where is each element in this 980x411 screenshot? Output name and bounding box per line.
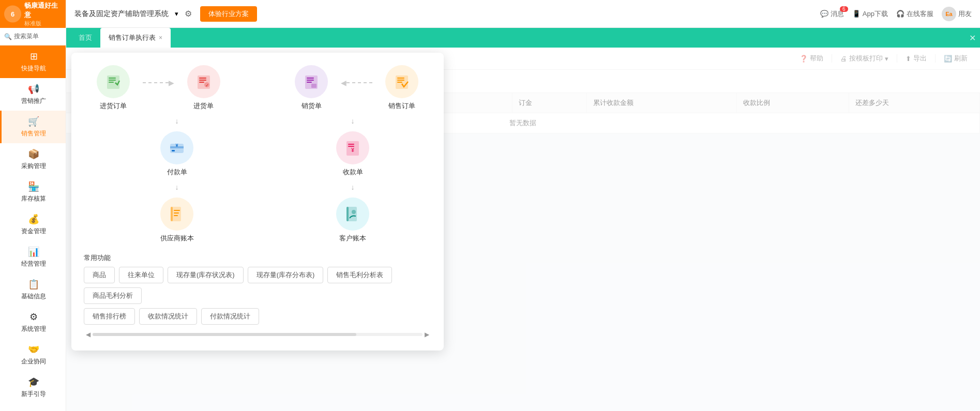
sidebar-item-sales[interactable]: 🛒 销售管理: [0, 111, 66, 143]
svg-rect-31: [174, 210, 180, 211]
func-product[interactable]: 商品: [84, 267, 115, 283]
sales-bill-circle: [295, 65, 328, 98]
flow-row-arrows-2: [84, 181, 431, 193]
purchase-order-circle: [97, 65, 130, 98]
payment-icon: ¥: [169, 140, 185, 156]
svg-text:¥: ¥: [351, 147, 354, 153]
sales-bill-label: 销货单: [301, 101, 322, 111]
tutorial-icon: 🎓: [28, 376, 39, 388]
user-name: 用友: [958, 9, 972, 19]
svg-rect-33: [174, 215, 178, 216]
enterprise-label: 企业协同: [21, 357, 46, 366]
flow-node-receipt[interactable]: ¥ 收款单: [322, 131, 384, 177]
svg-rect-3: [109, 78, 116, 79]
purchase-label: 采购管理: [21, 162, 46, 171]
message-button[interactable]: 💬 消息 6: [820, 9, 844, 19]
sidebar-item-finance[interactable]: 💰 资金管理: [0, 208, 66, 241]
sidebar-item-operations[interactable]: 📊 经营管理: [0, 241, 66, 273]
flow-row-1: 进货订单 ▶: [84, 65, 431, 111]
online-service-button[interactable]: 🎧 在线客服: [896, 9, 933, 19]
trial-button[interactable]: 体验行业方案: [200, 6, 257, 22]
sidebar-logo: 6 畅康通好生意 标准版: [0, 0, 66, 28]
sidebar-search[interactable]: 🔍 搜索菜单: [0, 28, 66, 45]
inventory-label: 库存核算: [21, 194, 46, 203]
customer-ledger-label: 客户账本: [339, 234, 366, 243]
svg-rect-15: [307, 82, 312, 83]
func-receipt-stats[interactable]: 收款情况统计: [139, 308, 197, 325]
flow-node-sales-bill[interactable]: 销货单: [282, 65, 341, 111]
down-arrow-sales: [322, 115, 384, 127]
payment-label: 付款单: [167, 168, 187, 177]
system-dropdown[interactable]: ▾: [175, 10, 178, 18]
flow-node-purchase-order[interactable]: 进货订单: [84, 65, 143, 111]
search-label: 搜索菜单: [14, 32, 39, 41]
svg-rect-32: [174, 212, 179, 214]
down-arrow-payment: [146, 181, 208, 193]
common-functions: 常用功能 商品 往来单位 现存量(库存状况表) 现存量(库存分布表) 销售毛利分…: [84, 253, 431, 338]
flow-node-purchase-bill[interactable]: ✓ 进货单: [174, 65, 233, 111]
receipt-icon: ¥: [344, 140, 361, 156]
func-sales-rank[interactable]: 销售排行榜: [84, 308, 135, 325]
svg-rect-14: [307, 80, 314, 81]
svg-rect-23: [172, 150, 175, 151]
func-sales-profit[interactable]: 销售毛利分析表: [327, 267, 392, 283]
sidebar-item-enterprise[interactable]: 🤝 企业协同: [0, 339, 66, 371]
logo-text: 畅康通好生意 标准版: [24, 1, 62, 27]
svg-text:6: 6: [11, 10, 14, 18]
sidebar-item-purchase[interactable]: 📦 采购管理: [0, 143, 66, 176]
func-stock-status[interactable]: 现存量(库存状况表): [168, 267, 244, 283]
app-download-button[interactable]: 📱 App下载: [852, 9, 888, 19]
basic-info-label: 基础信息: [21, 292, 46, 301]
flow-node-sales-order[interactable]: 销售订单: [372, 65, 431, 111]
func-payment-stats[interactable]: 付款情况统计: [201, 308, 259, 325]
sidebar-item-basic-info[interactable]: 📋 基础信息: [0, 273, 66, 306]
scroll-left-arrow[interactable]: ◀: [84, 331, 93, 338]
purchase-bill-circle: ✓: [187, 65, 220, 98]
flow-diagram: 进货订单 ▶: [84, 65, 431, 243]
sidebar-item-inventory[interactable]: 🏪 库存核算: [0, 176, 66, 208]
tab-home[interactable]: 首页: [70, 28, 100, 48]
sidebar-item-quick-nav[interactable]: ⊞ 快捷导航: [0, 45, 66, 78]
download-icon: 📱: [852, 10, 861, 18]
quick-nav-label: 快捷导航: [21, 64, 46, 73]
svg-rect-35: [346, 207, 349, 221]
quick-nav-icon: ⊞: [30, 51, 38, 62]
func-product-profit[interactable]: 商品毛利分析: [84, 287, 142, 304]
close-all-tabs-button[interactable]: ✕: [969, 33, 976, 43]
inventory-icon: 🏪: [28, 181, 39, 192]
sidebar-nav: ⊞ 快捷导航 📢 营销推广 🛒 销售管理 📦 采购管理 🏪 库存核算 💰: [0, 45, 66, 411]
flow-modal: 进货订单 ▶: [71, 53, 444, 351]
finance-label: 资金管理: [21, 227, 46, 236]
operations-icon: 📊: [28, 246, 39, 257]
sidebar-item-system[interactable]: ⚙ 系统管理: [0, 306, 66, 339]
tab-sales-execution[interactable]: 销售订单执行表 ×: [100, 28, 171, 48]
supplier-ledger-label: 供应商账本: [160, 234, 194, 243]
flow-node-customer-ledger[interactable]: 客户账本: [322, 197, 384, 243]
modal-overlay: 进货订单 ▶: [66, 48, 980, 411]
func-row-2: 销售排行榜 收款情况统计 付款情况统计: [84, 308, 431, 325]
svg-rect-27: [348, 146, 354, 147]
purchase-bill-icon: ✓: [195, 73, 212, 90]
settings-icon[interactable]: ⚙: [185, 9, 192, 19]
purchase-order-icon: [105, 73, 122, 90]
svg-rect-30: [171, 207, 173, 221]
func-stock-dist[interactable]: 现存量(库存分布表): [248, 267, 324, 283]
user-menu[interactable]: Ea 用友: [942, 7, 972, 21]
search-icon: 🔍: [4, 33, 12, 40]
sidebar-item-marketing[interactable]: 📢 营销推广: [0, 78, 66, 111]
svg-rect-9: [199, 82, 204, 83]
marketing-label: 营销推广: [21, 97, 46, 105]
sales-order-label: 销售订单: [388, 101, 415, 111]
system-label: 系统管理: [21, 325, 46, 333]
flow-node-supplier-ledger[interactable]: 供应商账本: [146, 197, 208, 243]
down-arrow-receipt: [322, 181, 384, 193]
system-title: 装备及固定资产辅助管理系统: [74, 9, 169, 19]
tab-close-icon[interactable]: ×: [159, 34, 162, 41]
flow-node-payment[interactable]: ¥ 付款单: [146, 131, 208, 177]
topbar: 装备及固定资产辅助管理系统 ▾ ⚙ 体验行业方案 💬 消息 6 📱 App下载 …: [66, 0, 980, 28]
sidebar-item-tutorial[interactable]: 🎓 新手引导: [0, 371, 66, 404]
func-related-unit[interactable]: 往来单位: [119, 267, 163, 283]
scroll-track: [93, 333, 423, 336]
basic-info-icon: 📋: [28, 279, 39, 290]
scroll-right-arrow[interactable]: ▶: [423, 331, 431, 338]
